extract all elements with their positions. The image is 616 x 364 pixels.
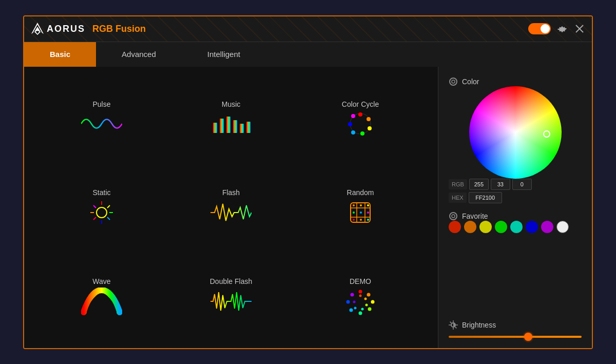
hex-values-row: HEX — [449, 192, 582, 203]
effect-pulse[interactable]: Pulse — [40, 77, 164, 161]
color-picker-dot — [543, 130, 550, 138]
svg-point-47 — [349, 308, 353, 312]
static-icon — [81, 200, 122, 225]
svg-point-52 — [365, 303, 368, 306]
svg-point-56 — [450, 78, 457, 85]
logo-area: AORUS RGB Fusion — [30, 22, 146, 36]
effect-flash[interactable]: Flash — [169, 165, 293, 249]
svg-point-48 — [346, 300, 350, 303]
brightness-label: Brightness — [449, 320, 582, 330]
svg-rect-9 — [240, 124, 244, 133]
svg-point-58 — [450, 213, 457, 220]
favorite-section: Favorite — [449, 212, 582, 233]
svg-line-27 — [93, 217, 96, 220]
svg-point-17 — [348, 122, 352, 126]
fav-color-orange[interactable] — [464, 221, 476, 233]
aorus-logo: AORUS — [30, 22, 85, 36]
svg-line-26 — [107, 205, 110, 208]
tab-intelligent[interactable]: Intelligent — [182, 42, 266, 67]
tab-advanced[interactable]: Advanced — [96, 42, 182, 67]
effect-color-cycle[interactable]: Color Cycle — [298, 77, 422, 161]
music-icon — [210, 111, 252, 137]
svg-point-57 — [452, 80, 455, 83]
pulse-icon — [81, 111, 122, 137]
rgb-g-input[interactable] — [491, 179, 510, 190]
fav-color-white[interactable] — [556, 221, 569, 233]
rgb-r-input[interactable] — [469, 179, 489, 190]
tab-bar: Basic Advanced Intelligent — [24, 42, 592, 67]
effect-music[interactable]: Music — [169, 77, 293, 161]
favorite-ring-icon — [449, 212, 458, 221]
hex-input[interactable] — [469, 192, 502, 203]
svg-rect-10 — [246, 122, 251, 133]
color-wheel-picker[interactable] — [469, 86, 562, 179]
tab-extra[interactable] — [266, 42, 592, 67]
fav-color-yellow[interactable] — [479, 221, 492, 233]
wave-icon — [81, 289, 122, 314]
fav-color-blue[interactable] — [526, 221, 538, 233]
fav-color-teal[interactable] — [510, 221, 523, 233]
svg-point-35 — [367, 204, 369, 206]
svg-point-13 — [367, 117, 371, 121]
effect-double-flash[interactable]: Double Flash — [169, 254, 293, 338]
right-panel: Color RGB HEX — [438, 67, 592, 348]
demo-icon — [340, 289, 381, 314]
svg-point-40 — [360, 219, 362, 221]
svg-point-39 — [353, 219, 355, 221]
svg-point-49 — [350, 293, 354, 296]
svg-point-54 — [354, 306, 356, 309]
svg-point-55 — [353, 300, 355, 303]
svg-point-37 — [360, 212, 362, 214]
app-title: RGB Fusion — [92, 24, 146, 34]
svg-point-44 — [371, 300, 374, 303]
tab-basic[interactable]: Basic — [24, 42, 96, 67]
color-ring-icon — [449, 77, 458, 86]
app-window: AORUS RGB Fusion Basic Advanced — [23, 15, 593, 349]
color-section: Color RGB HEX — [449, 77, 582, 203]
aorus-logo-text: AORUS — [47, 24, 85, 34]
rgb-b-input[interactable] — [512, 179, 532, 190]
svg-point-33 — [353, 204, 355, 206]
svg-point-51 — [364, 297, 367, 300]
fav-color-green[interactable] — [495, 221, 507, 233]
fav-color-red[interactable] — [449, 221, 461, 233]
effect-wave[interactable]: Wave — [40, 254, 164, 338]
svg-rect-8 — [233, 120, 237, 133]
svg-point-14 — [368, 126, 372, 130]
effect-static[interactable]: Static — [40, 165, 164, 249]
random-icon — [340, 200, 381, 225]
main-content: Pulse Musi — [24, 67, 592, 348]
svg-point-12 — [358, 112, 362, 117]
svg-point-16 — [351, 130, 355, 135]
color-section-title: Color — [449, 77, 582, 86]
svg-point-45 — [368, 307, 371, 311]
brightness-slider[interactable] — [449, 336, 582, 338]
svg-line-25 — [107, 217, 110, 220]
color-values-row: RGB — [449, 179, 582, 190]
brightness-icon — [449, 320, 458, 330]
fav-color-purple[interactable] — [541, 221, 553, 233]
svg-point-53 — [361, 308, 363, 310]
effect-random[interactable]: Random — [298, 165, 422, 249]
effects-grid: Pulse Musi — [24, 67, 438, 348]
double-flash-icon — [210, 289, 252, 314]
svg-point-59 — [452, 215, 455, 218]
flash-icon — [210, 200, 252, 225]
svg-point-36 — [353, 212, 355, 214]
close-button[interactable] — [573, 23, 586, 35]
svg-rect-7 — [226, 117, 230, 133]
svg-line-24 — [93, 205, 96, 208]
power-toggle[interactable] — [528, 23, 551, 34]
svg-point-46 — [358, 311, 362, 315]
settings-button[interactable] — [556, 23, 568, 35]
header: AORUS RGB Fusion — [24, 16, 592, 42]
svg-rect-5 — [213, 123, 217, 133]
svg-point-19 — [97, 207, 107, 218]
svg-point-41 — [367, 219, 369, 221]
svg-point-43 — [367, 293, 370, 296]
svg-point-34 — [360, 204, 362, 206]
svg-point-15 — [360, 131, 364, 136]
brightness-thumb — [524, 333, 532, 341]
effect-demo[interactable]: DEMO — [298, 254, 422, 338]
color-cycle-icon — [340, 111, 381, 137]
